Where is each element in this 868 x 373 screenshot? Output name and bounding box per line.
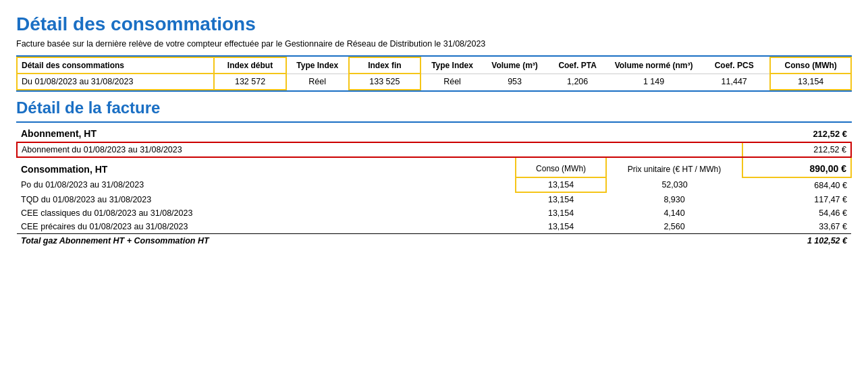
invoice-row-cee-classiques-label: CEE classiques du 01/08/2023 au 31/08/20… xyxy=(17,206,516,220)
invoice-row-tqd: TQD du 01/08/2023 au 31/08/2023 13,154 8… xyxy=(17,192,851,206)
col-header-volume: Volume (m³) xyxy=(483,57,546,74)
col-header-volume-norme: Volume normé (nm³) xyxy=(609,57,699,74)
invoice-row-cee-precaires: CEE précaires du 01/08/2023 au 31/08/202… xyxy=(17,220,851,234)
abonnement-header-spacer1 xyxy=(516,123,606,142)
invoice-row-po-montant: 684,40 € xyxy=(742,177,851,192)
invoice-row-cee-precaires-conso: 13,154 xyxy=(516,220,606,234)
col-header-conso: Conso (MWh) xyxy=(770,57,851,74)
top-section: Détail des consommations Index début Typ… xyxy=(16,55,852,92)
cell-coef-pta: 1,206 xyxy=(546,74,609,90)
cell-type-index-1: Réel xyxy=(286,74,349,90)
total-amount: 1 102,52 € xyxy=(742,234,851,248)
invoice-row-cee-classiques-conso: 13,154 xyxy=(516,206,606,220)
invoice-row-po-conso: 13,154 xyxy=(516,177,606,192)
total-label: Total gaz Abonnement HT + Consommation H… xyxy=(17,234,516,248)
prix-col-header: Prix unitaire (€ HT / MWh) xyxy=(606,157,742,177)
col-header-index-fin: Index fin xyxy=(349,57,421,74)
consommation-label: Consommation, HT xyxy=(17,157,516,177)
invoice-row-po: Po du 01/08/2023 au 31/08/2023 13,154 52… xyxy=(17,177,851,192)
total-spacer2 xyxy=(606,234,742,248)
invoice-row-tqd-conso: 13,154 xyxy=(516,192,606,206)
abonnement-row-amount: 212,52 € xyxy=(742,142,851,157)
section2-title: Détail de la facture xyxy=(16,98,852,117)
main-title: Détail des consommations xyxy=(16,13,852,35)
invoice-row-po-label: Po du 01/08/2023 au 31/08/2023 xyxy=(17,177,516,192)
invoice-row-tqd-label: TQD du 01/08/2023 au 31/08/2023 xyxy=(17,192,516,206)
cell-conso: 13,154 xyxy=(770,74,851,90)
cell-coef-pcs: 11,447 xyxy=(699,74,770,90)
subtitle-text: Facture basée sur la dernière relève de … xyxy=(16,39,852,49)
conso-col-header: Conso (MWh) xyxy=(516,157,606,177)
invoice-row-tqd-montant: 117,47 € xyxy=(742,192,851,206)
invoice-row-cee-classiques: CEE classiques du 01/08/2023 au 31/08/20… xyxy=(17,206,851,220)
col-header-detail: Détail des consommations xyxy=(17,57,214,74)
col-header-type-index-1: Type Index xyxy=(286,57,349,74)
abonnement-row-spacer1 xyxy=(516,142,606,157)
cell-detail: Du 01/08/2023 au 31/08/2023 xyxy=(17,74,214,90)
invoice-row-cee-precaires-prix: 2,560 xyxy=(606,220,742,234)
cell-type-index-2: Réel xyxy=(421,74,483,90)
abonnement-header-row: Abonnement, HT 212,52 € xyxy=(17,123,851,142)
invoice-row-tqd-prix: 8,930 xyxy=(606,192,742,206)
total-row: Total gaz Abonnement HT + Consommation H… xyxy=(17,234,851,248)
col-header-coef-pta: Coef. PTA xyxy=(546,57,609,74)
abonnement-total: 212,52 € xyxy=(742,123,851,142)
consommation-total: 890,00 € xyxy=(742,157,851,177)
total-spacer1 xyxy=(516,234,606,248)
col-header-coef-pcs: Coef. PCS xyxy=(699,57,770,74)
table-row: Du 01/08/2023 au 31/08/2023 132 572 Réel… xyxy=(17,74,851,90)
col-header-index-debut: Index début xyxy=(214,57,286,74)
invoice-row-po-prix: 52,030 xyxy=(606,177,742,192)
invoice-row-cee-precaires-montant: 33,67 € xyxy=(742,220,851,234)
consumption-table: Détail des consommations Index début Typ… xyxy=(16,57,852,90)
invoice-row-cee-classiques-prix: 4,140 xyxy=(606,206,742,220)
col-header-type-index-2: Type Index xyxy=(421,57,483,74)
abonnement-row-spacer2 xyxy=(606,142,742,157)
abonnement-detail-row: Abonnement du 01/08/2023 au 31/08/2023 2… xyxy=(17,142,851,157)
invoice-row-cee-precaires-label: CEE précaires du 01/08/2023 au 31/08/202… xyxy=(17,220,516,234)
cell-index-fin: 133 525 xyxy=(349,74,421,90)
abonnement-label: Abonnement, HT xyxy=(17,123,516,142)
cell-volume-norme: 1 149 xyxy=(609,74,699,90)
invoice-table: Abonnement, HT 212,52 € Abonnement du 01… xyxy=(16,123,852,248)
cell-index-debut: 132 572 xyxy=(214,74,286,90)
cell-volume: 953 xyxy=(483,74,546,90)
abonnement-header-spacer2 xyxy=(606,123,742,142)
consommation-header-row: Consommation, HT Conso (MWh) Prix unitai… xyxy=(17,157,851,177)
abonnement-row-label: Abonnement du 01/08/2023 au 31/08/2023 xyxy=(17,142,516,157)
invoice-section: Abonnement, HT 212,52 € Abonnement du 01… xyxy=(16,121,852,248)
invoice-row-cee-classiques-montant: 54,46 € xyxy=(742,206,851,220)
